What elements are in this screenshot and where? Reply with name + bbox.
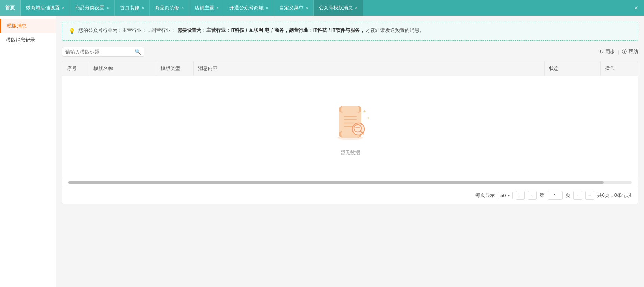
close-template-msg-icon[interactable]: × <box>355 6 357 10</box>
nav-tab-micro-shop[interactable]: 微商城店铺设置 × <box>21 0 70 16</box>
col-header-content: 消息内容 <box>193 61 544 76</box>
col-header-name: 模版名称 <box>89 61 156 76</box>
nav-tab-custom-menu[interactable]: 自定义菜单 × <box>274 0 314 16</box>
svg-text:✦: ✦ <box>363 109 366 113</box>
notice-text: 您的公众号行业为：主营行业：，副营行业： 需要设置为：主营行业：IT科技 / 互… <box>78 27 632 34</box>
prev-page-button[interactable]: ‹ <box>528 191 537 200</box>
nav-tab-product-category[interactable]: 商品分类设置 × <box>70 0 114 16</box>
sync-label: 同步 <box>605 48 615 55</box>
table-head: 序号 模版名称 模版类型 消息内容 状态 操作 <box>62 61 638 76</box>
close-shop-theme-icon[interactable]: × <box>216 6 219 10</box>
notice-highlight: 需要设置为：主营行业：IT科技 / 互联网|电子商务，副营行业：IT科技 / I… <box>177 27 365 33</box>
nav-tab-template-msg[interactable]: 公众号模版消息 × <box>314 0 363 16</box>
home-tab-label: 首页 <box>5 4 15 11</box>
empty-state-row: ✦ ✦ 暂无数据 <box>62 76 638 179</box>
page-label-post: 页 <box>566 192 570 199</box>
page-label-pre: 第 <box>540 192 545 199</box>
empty-text: 暂无数据 <box>341 149 360 156</box>
help-label: 帮助 <box>628 48 638 55</box>
product-category-label: 商品分类设置 <box>75 4 104 11</box>
micro-shop-label: 微商城店铺设置 <box>26 4 60 11</box>
sidebar-item-template-msg[interactable]: 模版消息 <box>0 19 56 33</box>
top-nav: 首页 微商城店铺设置 × 商品分类设置 × 首页装修 × 商品页装修 × 店铺主… <box>0 0 644 16</box>
empty-state-illustration: ✦ ✦ <box>328 98 373 143</box>
table-body: ✦ ✦ 暂无数据 <box>62 76 638 179</box>
close-all-button[interactable]: × <box>628 4 644 12</box>
page-size-chevron-icon: ∨ <box>508 193 510 198</box>
sidebar: 模版消息 模版消息记录 <box>0 16 56 287</box>
close-open-mall-icon[interactable]: × <box>266 6 268 10</box>
notice-banner: 💡 您的公众号行业为：主营行业：，副营行业： 需要设置为：主营行业：IT科技 /… <box>62 22 638 41</box>
sync-button[interactable]: ↻ 同步 <box>600 48 615 55</box>
nav-tab-shop-theme[interactable]: 店铺主题 × <box>189 0 224 16</box>
close-home-decor-icon[interactable]: × <box>142 6 144 10</box>
col-header-action: 操作 <box>600 61 638 76</box>
notice-icon: 💡 <box>68 27 76 36</box>
col-header-seq: 序号 <box>62 61 89 76</box>
current-page-input[interactable] <box>548 191 563 200</box>
h-scrollbar-thumb <box>68 181 604 184</box>
empty-state: ✦ ✦ 暂无数据 <box>62 76 638 178</box>
first-page-button[interactable]: ⊢ <box>516 191 525 200</box>
sidebar-item-template-record[interactable]: 模版消息记录 <box>0 33 56 47</box>
data-table: 序号 模版名称 模版类型 消息内容 状态 操作 <box>62 61 638 178</box>
nav-tab-home-decor[interactable]: 首页装修 × <box>115 0 150 16</box>
table-wrapper: 序号 模版名称 模版类型 消息内容 状态 操作 <box>62 61 638 204</box>
help-button[interactable]: ⓘ 帮助 <box>622 48 638 55</box>
close-custom-menu-icon[interactable]: × <box>306 6 308 10</box>
close-product-category-icon[interactable]: × <box>107 6 109 10</box>
search-icon[interactable]: 🔍 <box>135 49 141 55</box>
col-header-type: 模版类型 <box>156 61 193 76</box>
svg-text:✦: ✦ <box>367 117 369 119</box>
page-size-value: 50 <box>500 193 506 198</box>
col-header-status: 状态 <box>544 61 600 76</box>
notice-prefix: 您的公众号行业为：主营行业：，副营行业： <box>78 27 176 33</box>
divider: | <box>618 49 619 55</box>
template-msg-label: 公众号模版消息 <box>319 4 353 11</box>
page-size-selector[interactable]: 50 ∨ <box>498 192 512 199</box>
main-layout: 模版消息 模版消息记录 💡 您的公众号行业为：主营行业：，副营行业： 需要设置为… <box>0 16 644 287</box>
table-header-row: 序号 模版名称 模版类型 消息内容 状态 操作 <box>62 61 638 76</box>
close-product-decor-icon[interactable]: × <box>181 6 184 10</box>
nav-tab-home[interactable]: 首页 <box>0 0 21 16</box>
h-scrollbar[interactable] <box>68 181 632 184</box>
home-decor-label: 首页装修 <box>120 4 139 11</box>
search-input[interactable] <box>65 49 133 55</box>
notice-suffix: 才能正常发送预置的消息。 <box>366 27 424 33</box>
help-circle-icon: ⓘ <box>622 48 627 55</box>
nav-tab-product-decor[interactable]: 商品页装修 × <box>150 0 189 16</box>
toolbar: 🔍 ↻ 同步 | ⓘ 帮助 <box>62 47 638 57</box>
custom-menu-label: 自定义菜单 <box>279 4 303 11</box>
sidebar-label-template-record: 模版消息记录 <box>6 37 35 43</box>
nav-tab-open-mall[interactable]: 开通公众号商城 × <box>224 0 274 16</box>
close-micro-shop-icon[interactable]: × <box>62 6 64 10</box>
next-page-button[interactable]: › <box>573 191 582 200</box>
shop-theme-label: 店铺主题 <box>195 4 214 11</box>
sidebar-label-template-msg: 模版消息 <box>7 23 27 28</box>
last-page-button[interactable]: ⊣ <box>585 191 594 200</box>
pagination-summary: 共0页，0条记录 <box>597 192 632 199</box>
search-box: 🔍 <box>62 47 144 57</box>
toolbar-right: ↻ 同步 | ⓘ 帮助 <box>600 48 638 55</box>
main-content: 💡 您的公众号行业为：主营行业：，副营行业： 需要设置为：主营行业：IT科技 /… <box>56 16 644 287</box>
pagination: 每页显示 50 ∨ ⊢ ‹ 第 页 › ⊣ 共0页，0条记录 <box>62 187 638 204</box>
product-decor-label: 商品页装修 <box>155 4 179 11</box>
page-size-label: 每页显示 <box>475 192 495 199</box>
open-mall-label: 开通公众号商城 <box>229 4 264 11</box>
scrollbar-area <box>62 178 638 187</box>
sync-icon: ↻ <box>600 49 604 55</box>
